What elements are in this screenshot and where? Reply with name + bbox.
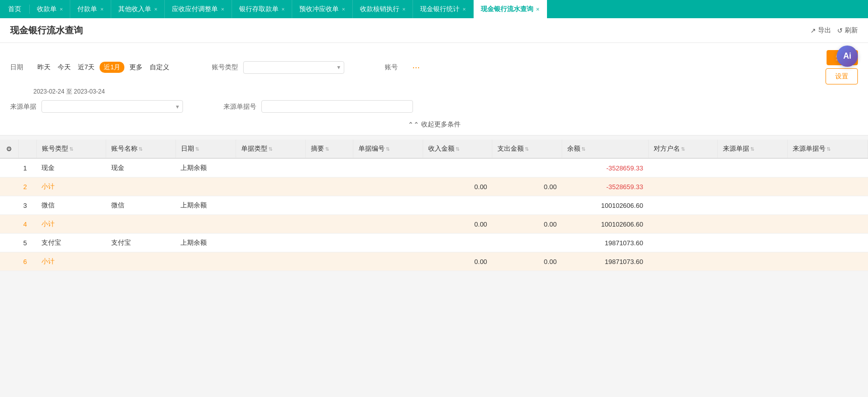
source-doc-no-input[interactable] <box>261 100 413 113</box>
close-tab-icon[interactable]: × <box>536 6 539 12</box>
row-gear-cell <box>0 196 18 215</box>
col-header-income: 收入金额⇅ <box>423 140 492 158</box>
row-src-doc-no <box>787 158 867 178</box>
row-date <box>175 252 236 271</box>
ai-badge[interactable]: Ai <box>837 46 858 67</box>
row-doc-no <box>353 196 423 215</box>
nav-tab-应收应付调整单[interactable]: 应收应付调整单× <box>165 0 232 18</box>
date-option-近7天[interactable]: 近7天 <box>76 62 97 73</box>
col-label-income: 收入金额 <box>428 145 454 152</box>
nav-tab-收款单[interactable]: 收款单× <box>30 0 70 18</box>
close-tab-icon[interactable]: × <box>100 6 103 12</box>
export-icon: ↗ <box>810 27 816 34</box>
close-tab-icon[interactable]: × <box>154 6 157 12</box>
col-label-doc_no: 单据编号 <box>358 145 385 152</box>
row-expense <box>492 196 562 215</box>
row-gear-cell <box>0 252 18 271</box>
row-balance: 19871073.60 <box>562 252 648 271</box>
refresh-button[interactable]: ↺ 刷新 <box>837 26 858 35</box>
close-tab-icon[interactable]: × <box>60 6 63 12</box>
col-header-account_name: 账号名称⇅ <box>106 140 176 158</box>
row-account-name <box>106 178 176 196</box>
account-type-select[interactable] <box>243 61 344 74</box>
row-counterpart <box>648 234 718 252</box>
gear-icon[interactable]: ⚙ <box>6 145 12 153</box>
col-header-expense: 支出金额⇅ <box>492 140 562 158</box>
nav-tab-现金银行统计[interactable]: 现金银行统计× <box>413 0 473 18</box>
close-tab-icon[interactable]: × <box>463 6 466 12</box>
sort-icon-income[interactable]: ⇅ <box>455 146 460 152</box>
nav-tab-付款单[interactable]: 付款单× <box>70 0 111 18</box>
date-option-更多[interactable]: 更多 <box>127 62 145 73</box>
nav-home[interactable]: 首页 <box>0 5 30 14</box>
date-filter-group: 日期 昨天今天近7天近1月更多自定义 <box>10 62 171 73</box>
nav-tab-收款核销执行[interactable]: 收款核销执行× <box>353 0 413 18</box>
export-button[interactable]: ↗ 导出 <box>810 26 831 35</box>
top-nav: 首页 收款单×付款单×其他收入单×应收应付调整单×银行存取款单×预收冲应收单×收… <box>0 0 868 18</box>
col-label-summary: 摘要 <box>311 145 324 152</box>
data-table: ⚙账号类型⇅账号名称⇅日期⇅单据类型⇅摘要⇅单据编号⇅收入金额⇅支出金额⇅余额⇅… <box>0 140 868 271</box>
col-header-gear[interactable]: ⚙ <box>0 140 18 158</box>
sort-icon-date[interactable]: ⇅ <box>195 146 199 152</box>
col-header-doc_no: 单据编号⇅ <box>353 140 423 158</box>
nav-tab-预收冲应收单[interactable]: 预收冲应收单× <box>292 0 352 18</box>
close-tab-icon[interactable]: × <box>402 6 405 12</box>
sort-icon-src_doc_no[interactable]: ⇅ <box>827 146 831 152</box>
sort-icon-balance[interactable]: ⇅ <box>581 146 585 152</box>
row-income <box>423 158 492 178</box>
col-header-date: 日期⇅ <box>175 140 236 158</box>
date-option-自定义[interactable]: 自定义 <box>148 62 171 73</box>
row-date: 上期余额 <box>175 196 236 215</box>
filter-area: 日期 昨天今天近7天近1月更多自定义 账号类型 ▾ 账号 ··· 查询 设置 2… <box>0 43 868 136</box>
col-header-balance: 余额⇅ <box>562 140 648 158</box>
row-account-type: 小计 <box>36 252 106 271</box>
nav-tab-现金银行流水查询[interactable]: 现金银行流水查询× <box>474 0 547 18</box>
date-option-近1月[interactable]: 近1月 <box>100 62 124 73</box>
source-doc-select[interactable] <box>41 100 183 113</box>
account-more-button[interactable]: ··· <box>412 62 420 73</box>
collapse-icon: ⌃⌃ <box>408 121 419 128</box>
row-doc-no <box>353 252 423 271</box>
close-tab-icon[interactable]: × <box>221 6 224 12</box>
row-counterpart <box>648 158 718 178</box>
source-doc-select-wrapper: ▾ <box>41 100 183 113</box>
row-src-doc-no <box>787 252 867 271</box>
sort-icon-doc_type[interactable]: ⇅ <box>268 146 272 152</box>
source-doc-no-group: 来源单据号 <box>223 100 413 113</box>
refresh-label: 刷新 <box>845 26 858 35</box>
row-expense <box>492 158 562 178</box>
settings-button[interactable]: 设置 <box>826 68 858 84</box>
col-header-counterpart: 对方户名⇅ <box>648 140 718 158</box>
page-title: 现金银行流水查询 <box>10 24 83 36</box>
sort-icon-account_name[interactable]: ⇅ <box>139 146 143 152</box>
table-header: ⚙账号类型⇅账号名称⇅日期⇅单据类型⇅摘要⇅单据编号⇅收入金额⇅支出金额⇅余额⇅… <box>0 140 868 158</box>
row-doc-no <box>353 234 423 252</box>
row-summary <box>305 252 353 271</box>
row-src-doc <box>718 158 788 178</box>
row-summary <box>305 215 353 234</box>
row-doc-type <box>236 234 305 252</box>
row-doc-no <box>353 215 423 234</box>
sort-icon-counterpart[interactable]: ⇅ <box>681 146 685 152</box>
row-src-doc <box>718 215 788 234</box>
row-balance: 100102606.60 <box>562 215 648 234</box>
date-option-今天[interactable]: 今天 <box>56 62 73 73</box>
row-account-type: 微信 <box>36 196 106 215</box>
collapse-label: 收起更多条件 <box>421 120 461 129</box>
collapse-bar[interactable]: ⌃⌃ 收起更多条件 <box>10 118 858 130</box>
sort-icon-account_type[interactable]: ⇅ <box>69 146 73 152</box>
date-option-昨天[interactable]: 昨天 <box>35 62 53 73</box>
nav-tab-其他收入单[interactable]: 其他收入单× <box>111 0 165 18</box>
sort-icon-summary[interactable]: ⇅ <box>325 146 329 152</box>
sort-icon-doc_no[interactable]: ⇅ <box>386 146 390 152</box>
row-src-doc <box>718 252 788 271</box>
sort-icon-expense[interactable]: ⇅ <box>525 146 529 152</box>
nav-tab-银行存取款单[interactable]: 银行存取款单× <box>232 0 292 18</box>
col-label-counterpart: 对方户名 <box>654 145 680 152</box>
close-tab-icon[interactable]: × <box>342 6 345 12</box>
close-tab-icon[interactable]: × <box>282 6 285 12</box>
account-type-select-wrapper: ▾ <box>243 61 344 74</box>
row-account-name <box>106 215 176 234</box>
col-header-account_type: 账号类型⇅ <box>36 140 106 158</box>
sort-icon-src_doc[interactable]: ⇅ <box>750 146 754 152</box>
